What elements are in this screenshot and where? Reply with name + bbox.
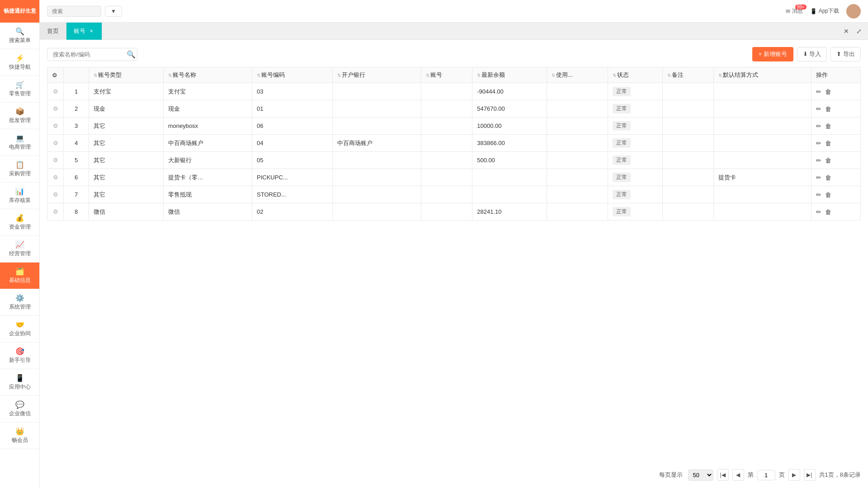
newbie-icon: 🎯 — [15, 347, 24, 356]
row-account-7 — [421, 203, 472, 221]
top-header: ▼ ✉ 消息 99+ 📱 App下载 — [40, 0, 868, 23]
row-gear-6[interactable]: ⚙ — [47, 186, 64, 203]
sidebar-item-appcenter[interactable]: 📱应用中心 — [0, 369, 39, 396]
col-header-type[interactable]: ⇅账号类型 — [89, 67, 164, 83]
delete-icon[interactable]: 🗑 — [825, 208, 831, 216]
sidebar-item-wechat[interactable]: 💬企业微信 — [0, 396, 39, 422]
per-page-select[interactable]: 50 20 100 — [688, 469, 713, 481]
page-input[interactable] — [757, 470, 775, 480]
delete-icon[interactable]: 🗑 — [825, 174, 831, 181]
avatar[interactable] — [846, 4, 861, 19]
row-gear-2[interactable]: ⚙ — [47, 117, 64, 135]
delete-icon[interactable]: 🗑 — [825, 122, 831, 130]
delete-icon[interactable]: 🗑 — [825, 157, 831, 164]
sidebar-item-finance[interactable]: 💰资金管理 — [0, 209, 39, 236]
accounts-table: ⚙⇅账号类型⇅账号名称⇅账号编码⇅开户银行⇅账号⇅最新余额⇅使用...⇅状态⇅备… — [47, 67, 861, 221]
sidebar-item-label: 搜索菜单 — [9, 37, 31, 44]
sidebar-item-ecommerce[interactable]: 💻电商管理 — [0, 129, 39, 156]
edit-icon[interactable]: ✏ — [816, 208, 821, 216]
dropdown-button[interactable]: ▼ — [105, 6, 122, 17]
col-header-code[interactable]: ⇅账号编码 — [252, 67, 333, 83]
app-download-button[interactable]: 📱 App下载 — [810, 7, 839, 15]
row-gear-5[interactable]: ⚙ — [47, 169, 64, 186]
delete-icon[interactable]: 🗑 — [825, 105, 831, 113]
sidebar-item-inventory[interactable]: 📊库存核算 — [0, 183, 39, 209]
col-header-bank[interactable]: ⇅开户银行 — [332, 67, 421, 83]
sidebar-item-system[interactable]: ⚙️系统管理 — [0, 289, 39, 316]
row-gear-3[interactable]: ⚙ — [47, 135, 64, 152]
row-code-1: 01 — [252, 100, 333, 117]
tab-close-icon[interactable]: ✕ — [88, 28, 94, 34]
edit-icon[interactable]: ✏ — [816, 88, 821, 95]
row-action-7: ✏ 🗑 — [811, 203, 860, 221]
edit-icon[interactable]: ✏ — [816, 140, 821, 147]
new-account-button[interactable]: + 新增账号 — [752, 47, 793, 61]
tab-accounts[interactable]: 账号✕ — [66, 23, 102, 40]
delete-icon[interactable]: 🗑 — [825, 191, 831, 198]
table-row: ⚙1支付宝支付宝03-90444.00正常 ✏ 🗑 — [47, 83, 861, 100]
delete-icon[interactable]: 🗑 — [825, 88, 831, 95]
first-page-button[interactable]: |◀ — [717, 469, 729, 481]
close-tab-button[interactable]: ✕ — [841, 26, 852, 37]
col-header-status[interactable]: ⇅状态 — [608, 67, 662, 83]
row-type-2: 其它 — [89, 117, 164, 135]
edit-icon[interactable]: ✏ — [816, 157, 821, 164]
sidebar-item-search[interactable]: 🔍搜索菜单 — [0, 23, 39, 49]
sidebar-item-newbie[interactable]: 🎯新手引导 — [0, 343, 39, 369]
row-code-4: 05 — [252, 152, 333, 169]
row-gear-7[interactable]: ⚙ — [47, 203, 64, 221]
search-button[interactable]: 🔍 — [127, 50, 136, 59]
col-header-balance[interactable]: ⇅最新余额 — [472, 67, 547, 83]
status-badge: 正常 — [613, 155, 631, 165]
col-header-remark[interactable]: ⇅备注 — [662, 67, 713, 83]
edit-icon[interactable]: ✏ — [816, 191, 821, 198]
sidebar-item-operations[interactable]: 📈经营管理 — [0, 236, 39, 263]
system-icon: ⚙️ — [15, 294, 24, 302]
expand-tab-button[interactable]: ⤢ — [854, 26, 864, 37]
col-header-usage[interactable]: ⇅使用... — [547, 67, 608, 83]
row-gear-0[interactable]: ⚙ — [47, 83, 64, 100]
row-account-3 — [421, 135, 472, 152]
header-search-input[interactable] — [47, 6, 101, 17]
pagination: 每页显示 50 20 100 |◀ ◀ 第 页 ▶ ▶| 共1页，8条记录 — [47, 464, 861, 481]
row-name-5: 提货卡（零… — [163, 169, 252, 186]
row-remark-4 — [662, 152, 713, 169]
col-header-name[interactable]: ⇅账号名称 — [163, 67, 252, 83]
row-code-5: PICKUPC... — [252, 169, 333, 186]
col-header-account[interactable]: ⇅账号 — [421, 67, 472, 83]
row-gear-1[interactable]: ⚙ — [47, 100, 64, 117]
delete-icon[interactable]: 🗑 — [825, 140, 831, 147]
sidebar-item-basic[interactable]: 🗂️基础信息 — [0, 263, 39, 289]
row-account-0 — [421, 83, 472, 100]
row-default-settlement-3 — [713, 135, 811, 152]
edit-icon[interactable]: ✏ — [816, 174, 821, 181]
row-num-4: 5 — [64, 152, 89, 169]
row-bank-1 — [332, 100, 421, 117]
sidebar-item-wholesale[interactable]: 📦批发管理 — [0, 103, 39, 129]
sidebar-item-member[interactable]: 👑畅会员 — [0, 422, 39, 449]
status-badge: 正常 — [613, 121, 631, 131]
import-button[interactable]: ⬇ 导入 — [797, 47, 827, 61]
message-button[interactable]: ✉ 消息 99+ — [786, 7, 803, 15]
last-page-button[interactable]: ▶| — [804, 469, 816, 481]
row-account-1 — [421, 100, 472, 117]
row-num-0: 1 — [64, 83, 89, 100]
search-input[interactable] — [47, 48, 137, 61]
export-button[interactable]: ⬆ 导出 — [830, 47, 861, 61]
row-usage-7 — [547, 203, 608, 221]
next-page-button[interactable]: ▶ — [788, 469, 800, 481]
edit-icon[interactable]: ✏ — [816, 105, 821, 113]
tab-home[interactable]: 首页 — [40, 23, 66, 40]
operations-icon: 📈 — [15, 240, 24, 249]
row-name-6: 零售抵现 — [163, 186, 252, 203]
edit-icon[interactable]: ✏ — [816, 122, 821, 130]
sidebar-item-shortcut[interactable]: ⚡快捷导航 — [0, 49, 39, 76]
row-gear-4[interactable]: ⚙ — [47, 152, 64, 169]
col-header-default_settlement[interactable]: ⇅默认结算方式 — [713, 67, 811, 83]
sidebar-item-agreement[interactable]: 🤝企业协同 — [0, 316, 39, 343]
row-num-2: 3 — [64, 117, 89, 135]
table-row: ⚙3其它moneybosx0610000.00正常 ✏ 🗑 — [47, 117, 861, 135]
sidebar-item-purchase[interactable]: 📋采购管理 — [0, 156, 39, 183]
prev-page-button[interactable]: ◀ — [732, 469, 744, 481]
sidebar-item-retail[interactable]: 🛒零售管理 — [0, 76, 39, 103]
